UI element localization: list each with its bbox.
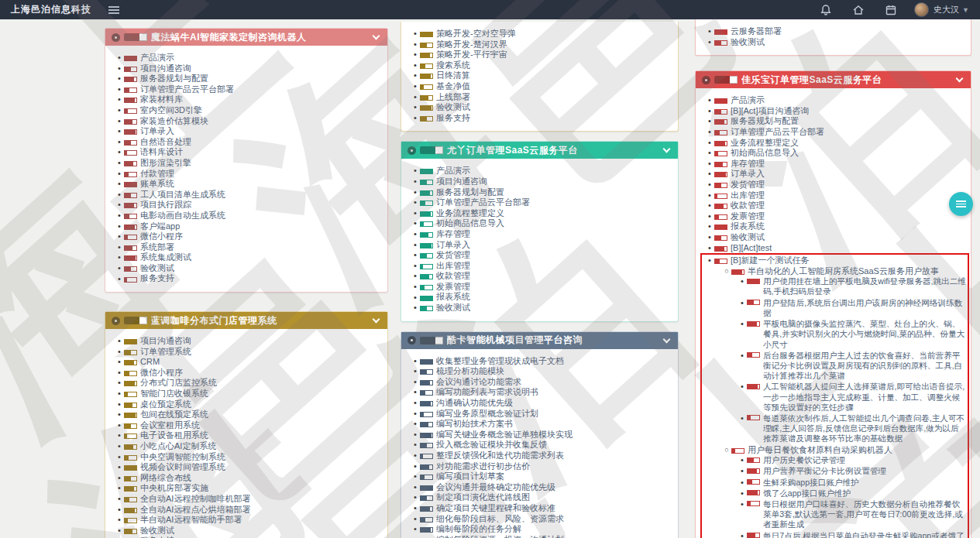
list-item[interactable]: •基金净值 xyxy=(411,81,673,91)
list-item[interactable]: •工人项目清单生成系统 xyxy=(115,190,383,200)
list-item[interactable]: •编写项目计划草案 xyxy=(411,471,673,481)
list-item[interactable]: •策略开发-楚河汉界 xyxy=(411,39,673,50)
user-name[interactable]: 史大汉 xyxy=(934,4,959,15)
list-item[interactable]: •付款管理 xyxy=(115,169,383,179)
list-item[interactable]: •投入概念验证模块并收集反馈 xyxy=(411,440,673,450)
list-item[interactable]: •系统集成测试 xyxy=(115,252,383,262)
list-item[interactable]: •用户登陆后,系统后台调出用户该厨房的神经网络训练数据 xyxy=(738,298,966,318)
list-item[interactable]: •订单管理产品云平台部署 xyxy=(115,84,383,94)
list-item[interactable]: •[B][Act]test xyxy=(705,243,966,253)
list-item[interactable]: •初始商品信息导入 xyxy=(411,218,673,228)
list-item[interactable]: •发货管理 xyxy=(705,180,966,190)
list-item[interactable]: •编写业务原型概念验证计划 xyxy=(411,409,673,419)
list-item[interactable]: •项目沟通咨询 xyxy=(115,336,383,346)
list-item[interactable]: •梳理分析功能模块 xyxy=(411,366,673,376)
list-item[interactable]: •编写关键业务概念验证单独模块实现 xyxy=(411,430,673,440)
list-item[interactable]: •中央空调智能控制系统 xyxy=(115,452,383,462)
list-item[interactable]: •上线部署 xyxy=(411,92,673,102)
list-item[interactable]: •发货管理 xyxy=(411,250,673,260)
quick-menu-fab-button[interactable] xyxy=(949,192,973,216)
list-item[interactable]: •全自动AI远程控制咖啡机部署 xyxy=(115,494,383,504)
chevron-down-icon[interactable] xyxy=(373,316,380,324)
list-item[interactable]: •报表系统 xyxy=(411,292,673,302)
list-item[interactable]: •验收测试 xyxy=(411,102,673,112)
list-item[interactable]: •项目沟通咨询 xyxy=(411,176,673,187)
list-item[interactable]: •业务流程整理定义 xyxy=(705,138,966,148)
list-item[interactable]: •验收测试 xyxy=(115,263,383,273)
list-item[interactable]: •发票管理 xyxy=(411,282,673,292)
card-header[interactable]: 佳乐宝订单管理SaaS云服务平台 xyxy=(696,71,971,88)
list-item[interactable]: •用户营养平衡记分卡比例设置管理 xyxy=(738,466,966,476)
list-item[interactable]: •日终清算 xyxy=(411,70,673,81)
list-item[interactable]: •分布式门店监控系统 xyxy=(115,378,383,388)
list-item[interactable]: •编制每阶段的任务分解 xyxy=(411,524,673,534)
list-item[interactable]: •网络综合布线 xyxy=(115,473,383,483)
list-item[interactable]: •验收测试 xyxy=(115,526,383,536)
list-item[interactable]: •业务流程整理定义 xyxy=(411,208,673,218)
chevron-down-icon[interactable] xyxy=(663,335,671,343)
list-item[interactable]: •库存管理 xyxy=(411,229,673,239)
list-item[interactable]: •平板电脑的摄像头监控蒸汽、菜型、灶台上的火、锅、餐具,并实时识别火的大小与燃烧… xyxy=(738,319,966,350)
list-item[interactable]: •服务支持 xyxy=(411,113,673,123)
list-item[interactable]: •客户端app xyxy=(115,221,383,231)
list-item[interactable]: •服务支持 xyxy=(115,273,383,283)
list-item[interactable]: •中央机房部署实施 xyxy=(115,483,383,493)
list-item[interactable]: •验收测试 xyxy=(705,232,966,242)
home-icon[interactable] xyxy=(852,4,865,16)
calendar-icon[interactable] xyxy=(885,4,897,16)
list-item[interactable]: •产品演示 xyxy=(705,95,966,105)
list-item[interactable]: •人工智能机器人提问主人选择菜谱后,即可给出语音提示,一步一步地指导主人完成称重… xyxy=(738,382,966,413)
list-item[interactable]: •图形渲染引擎 xyxy=(115,158,383,168)
card-header[interactable]: 尤丫订单管理SaaS云服务平台 xyxy=(401,142,678,159)
list-item[interactable]: •会议室租用系统 xyxy=(115,420,383,430)
list-item[interactable]: •后台服务器根据用户主人过去的饮食喜好、当前营养平衡记分卡比例设置及厨房现有的识… xyxy=(738,351,966,382)
list-item[interactable]: •确定项目关键里程碑和验收标准 xyxy=(411,503,673,513)
list-item[interactable]: •验收测试 xyxy=(705,37,966,47)
list-item[interactable]: •生鲜采购app接口账户维护 xyxy=(738,478,966,488)
list-item[interactable]: •出库管理 xyxy=(411,261,673,271)
list-item[interactable]: •视频会议时间管理系统 xyxy=(115,462,383,472)
list-item[interactable]: •产品演示 xyxy=(115,53,383,63)
list-item[interactable]: •微信小程序 xyxy=(115,231,383,242)
list-item[interactable]: •云服务器部署 xyxy=(705,26,966,36)
list-item[interactable]: •服务器规划与配置 xyxy=(705,116,966,126)
list-item[interactable]: •细化每阶段目标、风险、资源需求 xyxy=(411,514,673,524)
list-item[interactable]: •[B][Act]项目沟通咨询 xyxy=(705,106,966,116)
list-item[interactable]: •室内空间3D引擎 xyxy=(115,105,383,115)
list-item[interactable]: •产品演示 xyxy=(411,166,673,176)
list-item[interactable]: •饿了么app接口账户维护 xyxy=(738,488,966,499)
list-item[interactable]: •初始商品信息导入 xyxy=(705,148,966,158)
list-item[interactable]: •发票管理 xyxy=(705,211,966,221)
list-item[interactable]: •每日7点后,根据当日菜单自动登录生鲜采购app或者饿了么app,下单采购相关原… xyxy=(738,531,966,538)
list-item[interactable]: •策略开发-平行宇宙 xyxy=(411,50,673,60)
list-item[interactable]: •订单录入 xyxy=(705,169,966,179)
list-item[interactable]: •智能门店收银系统 xyxy=(115,389,383,399)
list-item[interactable]: •报表系统 xyxy=(705,221,966,231)
list-item[interactable]: •项目执行跟踪 xyxy=(115,200,383,210)
list-item[interactable]: •整理反馈强化和迭代功能需求列表 xyxy=(411,451,673,461)
menu-icon[interactable] xyxy=(108,6,119,14)
list-item[interactable]: •家装材料库 xyxy=(115,94,383,105)
list-item[interactable]: •会议沟通并最终确定功能优先级 xyxy=(411,482,673,492)
list-item[interactable]: •家装造价估算模块 xyxy=(115,116,383,126)
list-item[interactable]: •订单录入 xyxy=(115,126,383,136)
list-item[interactable]: •服务器规划与配置 xyxy=(115,74,383,84)
list-item[interactable]: •收款管理 xyxy=(705,200,966,211)
list-item[interactable]: •账单系统 xyxy=(115,179,383,189)
list-item[interactable]: •自然语音处理 xyxy=(115,137,383,147)
list-item[interactable]: •策略开发-空对空导弹 xyxy=(411,29,673,39)
list-item[interactable]: ○半自动化的人工智能厨房系统SaaS云服务用户故事 xyxy=(722,266,966,276)
chevron-down-icon[interactable] xyxy=(663,146,671,153)
chevron-down-icon[interactable] xyxy=(373,33,380,40)
list-item[interactable]: •沟通确认功能优先级 xyxy=(411,398,673,408)
card-header[interactable]: 魔法蜗牛AI智能家装定制咨询机器人 xyxy=(105,29,387,46)
list-item[interactable]: •编制每阶段资源、投资、沟通计划 xyxy=(411,535,673,538)
list-item[interactable]: •订单管理系统 xyxy=(115,347,383,357)
list-item[interactable]: •语料库设计 xyxy=(115,147,383,157)
chevron-down-icon[interactable] xyxy=(956,75,964,83)
list-item[interactable]: •[B]新建一个测试任务 xyxy=(705,255,966,266)
list-item[interactable]: •对功能需求进行初步估价 xyxy=(411,461,673,471)
list-item[interactable]: •每道菜依次制作后,人工智能提出几个调查问卷,主人可不理睬,主人回答后,反馈信息… xyxy=(738,413,966,444)
list-item[interactable]: •用户使用挂在墙上的平板电脑及wifi登录服务器,跳出二维码,手机扫码后登录 xyxy=(738,276,966,296)
list-item[interactable]: •编写功能列表与需求说明书 xyxy=(411,387,673,397)
